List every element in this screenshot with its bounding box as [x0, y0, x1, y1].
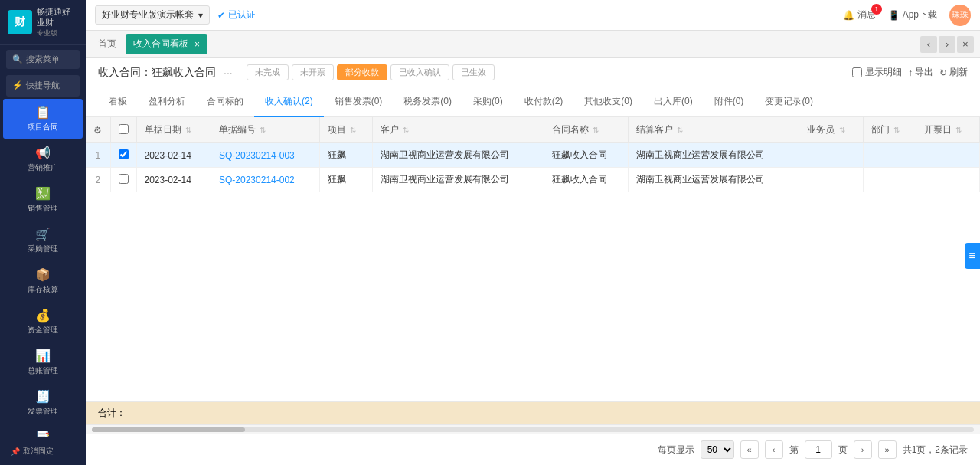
tab-payment[interactable]: 收付款(2) [514, 87, 574, 117]
user-avatar[interactable]: 珠珠 [949, 5, 971, 26]
sidebar-item-invoice[interactable]: 🧾发票管理 [3, 383, 83, 423]
tab-close-all-button[interactable]: × [957, 36, 974, 53]
show-detail-input[interactable] [852, 67, 862, 77]
sort-icon[interactable]: ⇅ [350, 126, 356, 134]
table-row[interactable]: 22023-02-14SQ-20230214-002狂飙湖南卫视商业运营发展有限… [86, 168, 980, 192]
search-menu-button[interactable]: 🔍 搜索菜单 [6, 50, 80, 69]
select-all-header[interactable] [110, 117, 136, 143]
tab-profit[interactable]: 盈利分析 [138, 87, 196, 117]
tab-outbound[interactable]: 出入库(0) [643, 87, 704, 117]
sidebar-item-funds[interactable]: 💰资金管理 [3, 302, 83, 342]
contract-more-icon[interactable]: ··· [224, 67, 233, 79]
title-prefix: 收入合同： [98, 66, 152, 78]
logo-sub: 专业版 [37, 28, 78, 38]
sidebar-item-purchase[interactable]: 🛒采购管理 [3, 221, 83, 260]
page-label: 第 [789, 444, 799, 457]
tab-nav: 看板盈利分析合同标的收入确认(2)销售发票(0)税务发票(0)采购(0)收付款(… [86, 87, 980, 117]
tab-attachments[interactable]: 附件(0) [704, 87, 755, 117]
status-effective[interactable]: 已生效 [452, 64, 495, 80]
app-download-button[interactable]: 📱 App下载 [888, 8, 937, 21]
prev-page-button[interactable]: ‹ [765, 440, 783, 459]
unpin-button[interactable]: 📌 取消固定 [5, 442, 81, 460]
cell-salesperson [799, 168, 863, 192]
tab-next-button[interactable]: › [939, 36, 956, 53]
page-input[interactable] [805, 440, 832, 459]
cell-code: SQ-20230214-003 [211, 143, 320, 168]
scroll-thumb[interactable] [92, 427, 245, 432]
message-button[interactable]: 🔔 消息 1 [843, 8, 876, 21]
horizontal-scrollbar[interactable] [86, 424, 980, 434]
first-page-button[interactable]: « [740, 440, 759, 459]
sort-icon[interactable]: ⇅ [956, 126, 962, 134]
gear-icon[interactable]: ⚙ [93, 125, 102, 136]
home-tab[interactable]: 首页 [92, 34, 122, 54]
tab-navigation: ‹ › × [920, 36, 974, 53]
cell-code: SQ-20230214-002 [211, 168, 320, 192]
last-page-button[interactable]: » [878, 440, 897, 459]
sort-icon[interactable]: ⇅ [260, 126, 266, 134]
tab-close-icon[interactable]: × [194, 39, 200, 50]
show-detail-label: 显示明细 [865, 66, 902, 79]
refresh-button[interactable]: ↻ 刷新 [939, 66, 968, 79]
status-partial[interactable]: 部分收款 [337, 64, 387, 80]
sort-icon[interactable]: ⇅ [593, 126, 599, 134]
sidebar-icon-sales: 💹 [35, 186, 51, 201]
company-selector[interactable]: 好业财专业版演示帐套 ▾ [95, 5, 210, 25]
row-checkbox-cell[interactable] [110, 168, 136, 192]
column-code: 单据编号 ⇅ [211, 117, 320, 143]
tab-purchase[interactable]: 采购(0) [462, 87, 514, 117]
export-button[interactable]: ↑ 导出 [908, 66, 933, 79]
sidebar-item-tax[interactable]: 📑税务管理 [3, 424, 83, 437]
status-uninvoiced[interactable]: 未开票 [292, 64, 334, 80]
tab-prev-button[interactable]: ‹ [920, 36, 937, 53]
sidebar-item-project[interactable]: 📋项目合同 [3, 99, 83, 139]
row-checkbox[interactable] [119, 149, 129, 159]
next-page-button[interactable]: › [854, 440, 872, 459]
sidebar-item-inventory[interactable]: 📦库存核算 [3, 261, 83, 301]
total-label: 合计： [98, 407, 126, 420]
status-incomplete[interactable]: 未完成 [247, 64, 289, 80]
sort-icon[interactable]: ⇅ [839, 126, 845, 134]
sidebar-item-marketing[interactable]: 📢营销推广 [3, 139, 83, 179]
code-link[interactable]: SQ-20230214-003 [219, 150, 295, 161]
table-row[interactable]: 12023-02-14SQ-20230214-003狂飙湖南卫视商业运营发展有限… [86, 143, 980, 168]
tab-sales_inv[interactable]: 销售发票(0) [324, 87, 394, 117]
sidebar-label-project: 项目合同 [28, 122, 58, 133]
tab-board[interactable]: 看板 [98, 87, 138, 117]
main-area: 好业财专业版演示帐套 ▾ ✔ 已认证 🔔 消息 1 📱 App下载 珠珠 [86, 0, 980, 465]
cell-dept [863, 143, 916, 168]
contract-board-tab[interactable]: 收入合同看板 × [126, 34, 207, 54]
tab-other[interactable]: 其他收支(0) [573, 87, 643, 117]
sort-icon[interactable]: ⇅ [403, 126, 409, 134]
code-link[interactable]: SQ-20230214-002 [219, 175, 295, 185]
row-number: 1 [86, 143, 110, 168]
tab-standard[interactable]: 合同标的 [196, 87, 254, 117]
sidebar-label-funds: 资金管理 [28, 325, 58, 336]
cell-project: 狂飙 [319, 168, 372, 192]
tabbar: 首页 收入合同看板 × ‹ › × [86, 31, 980, 58]
row-checkbox-cell[interactable] [110, 143, 136, 168]
data-table: ⚙单据日期 ⇅单据编号 ⇅项目 ⇅客户 ⇅合同名称 ⇅结算客户 ⇅业务员 ⇅部门… [86, 117, 980, 192]
quick-nav-button[interactable]: ⚡ 快捷导航 [6, 75, 80, 97]
pagination: 每页显示 50 « ‹ 第 页 › » 共1页，2条记录 [86, 434, 980, 465]
sort-icon[interactable]: ⇅ [677, 126, 683, 134]
topbar: 好业财专业版演示帐套 ▾ ✔ 已认证 🔔 消息 1 📱 App下载 珠珠 [86, 0, 980, 31]
status-confirmed[interactable]: 已收入确认 [390, 64, 449, 80]
per-page-select[interactable]: 50 [701, 440, 734, 459]
tab-tax_inv[interactable]: 税务发票(0) [393, 87, 462, 117]
row-checkbox[interactable] [119, 174, 129, 184]
sticky-panel-icon[interactable]: ≡ [969, 249, 975, 263]
sidebar-item-general[interactable]: 📊总账管理 [3, 342, 83, 382]
tab-confirm[interactable]: 收入确认(2) [254, 87, 324, 117]
cell-customer: 湖南卫视商业运营发展有限公司 [372, 143, 544, 168]
column-settings-header[interactable]: ⚙ [86, 117, 110, 143]
show-detail-checkbox[interactable]: 显示明细 [852, 66, 902, 79]
select-all-checkbox[interactable] [119, 124, 129, 134]
sort-icon[interactable]: ⇅ [893, 126, 900, 134]
tab-changes[interactable]: 变更记录(0) [754, 87, 824, 117]
sidebar-item-sales[interactable]: 💹销售管理 [3, 180, 83, 220]
sidebar-label-purchase: 采购管理 [28, 244, 58, 254]
sidebar-icon-project: 📋 [35, 105, 51, 120]
right-sticky-panel: ≡ [965, 243, 980, 269]
sort-icon[interactable]: ⇅ [185, 126, 191, 134]
